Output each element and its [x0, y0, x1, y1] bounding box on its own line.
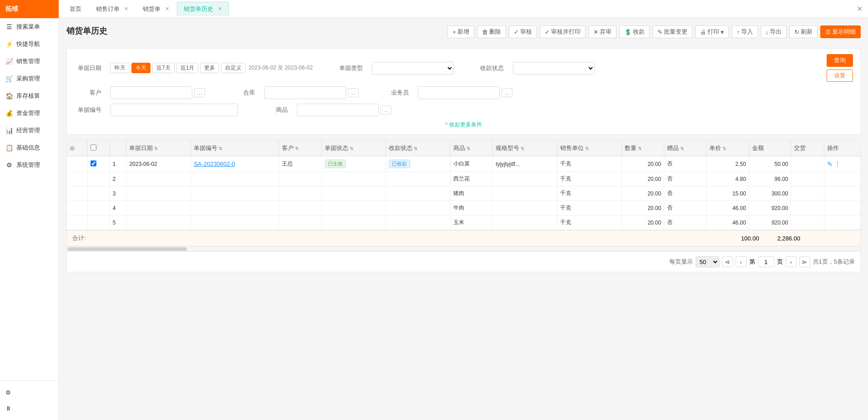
- sort-gift[interactable]: 赠品 ⇅: [667, 144, 703, 152]
- th-settings[interactable]: ⚙: [67, 140, 88, 156]
- import-button[interactable]: ↑ 导入: [732, 25, 758, 38]
- tab-sales-order-close[interactable]: ✕: [124, 6, 128, 12]
- date-last7days[interactable]: 近7天: [152, 63, 175, 73]
- collapse-btn[interactable]: ^ 收起更多条件: [445, 121, 482, 129]
- date-last1month[interactable]: 近1月: [176, 63, 199, 73]
- page-size-select[interactable]: 50 100: [696, 256, 719, 267]
- salesperson-label: 业务员: [381, 89, 409, 97]
- sort-doc-no[interactable]: 单据编号 ⇅: [194, 144, 276, 152]
- sidebar-bottom-item1[interactable]: ⚙: [0, 385, 59, 400]
- setup-button[interactable]: 设置: [827, 70, 853, 82]
- abandon-label: 弃审: [600, 28, 612, 36]
- sort-payment-status[interactable]: 收款状态 ⇅: [389, 144, 447, 152]
- settings-icon[interactable]: ⚙: [70, 145, 75, 152]
- th-customer[interactable]: 客户 ⇅: [279, 140, 321, 156]
- sort-doc-status[interactable]: 单据状态 ⇅: [325, 144, 383, 152]
- print-button[interactable]: 🖨 打印 ▾: [695, 25, 729, 38]
- customer-input[interactable]: [110, 86, 192, 99]
- batch-change-button[interactable]: ✎ 批量变更: [652, 25, 692, 38]
- receive-button[interactable]: 💲 收款: [619, 25, 650, 38]
- new-button[interactable]: + 新增: [447, 25, 474, 38]
- td-unit-price: 46.00: [707, 215, 749, 230]
- prev-page-btn[interactable]: ‹: [736, 256, 747, 267]
- warehouse-input[interactable]: [264, 86, 346, 99]
- th-doc-no[interactable]: 单据编号 ⇅: [191, 140, 279, 156]
- last-page-btn[interactable]: ⊳: [799, 256, 810, 267]
- select-all-checkbox[interactable]: [90, 145, 96, 150]
- current-page-input[interactable]: [758, 256, 774, 267]
- salesperson-ellipsis[interactable]: ...: [502, 88, 512, 97]
- th-checkbox[interactable]: [88, 140, 110, 156]
- sort-unit-price[interactable]: 单价 ⇅: [709, 144, 746, 152]
- tab-sales-order[interactable]: 销售订单 ✕: [89, 2, 135, 16]
- td-checkbox[interactable]: [88, 156, 110, 172]
- td-checkbox[interactable]: [88, 215, 110, 230]
- sort-unit[interactable]: 销售单位 ⇅: [560, 144, 619, 152]
- td-checkbox[interactable]: [88, 172, 110, 186]
- tab-sales-goods-close[interactable]: ✕: [165, 6, 169, 12]
- sidebar-item-quick-nav[interactable]: ⚡ 快捷导航: [0, 35, 59, 53]
- th-doc-status[interactable]: 单据状态 ⇅: [321, 140, 386, 156]
- export-button[interactable]: ↓ 导出: [761, 25, 787, 38]
- sort-goods[interactable]: 商品 ⇅: [453, 144, 490, 152]
- td-checkbox[interactable]: [88, 201, 110, 215]
- sidebar-item-inventory[interactable]: 🏠 库存核算: [0, 87, 59, 105]
- td-date: [126, 186, 191, 201]
- td-checkbox[interactable]: [88, 186, 110, 201]
- payment-status-select[interactable]: [513, 62, 595, 75]
- sidebar-item-sales-mgmt[interactable]: 📈 销售管理: [0, 53, 59, 70]
- th-unit-price[interactable]: 单价 ⇅: [707, 140, 749, 156]
- sidebar-item-sys-mgmt[interactable]: ⚙ 系统管理: [0, 156, 59, 174]
- refresh-button[interactable]: ↻ 刷新: [789, 25, 818, 38]
- audit-print-button[interactable]: ✓ 审核并打印: [540, 25, 586, 38]
- th-goods[interactable]: 商品 ⇅: [451, 140, 493, 156]
- goods-ellipsis[interactable]: ...: [381, 105, 391, 115]
- date-more[interactable]: 更多: [200, 63, 219, 73]
- sort-date[interactable]: 单据日期 ⇅: [129, 144, 188, 152]
- table-head: ⚙ 单据日期 ⇅: [67, 140, 860, 156]
- query-button[interactable]: 查询: [827, 54, 853, 67]
- window-close-btn[interactable]: ✕: [855, 5, 864, 13]
- tab-home[interactable]: 首页: [63, 2, 88, 16]
- warehouse-ellipsis[interactable]: ...: [348, 88, 359, 97]
- audit-button[interactable]: ✓ 审核: [509, 25, 537, 38]
- delete-button[interactable]: 🗑 删除: [477, 25, 506, 38]
- th-spec[interactable]: 规格型号 ⇅: [493, 140, 557, 156]
- edit-icon[interactable]: ✎: [827, 160, 833, 168]
- abandon-button[interactable]: ✕ 弃审: [588, 25, 617, 38]
- th-unit[interactable]: 销售单位 ⇅: [557, 140, 622, 156]
- sidebar-item-basic-info[interactable]: 📋 基础信息: [0, 139, 59, 156]
- th-date[interactable]: 单据日期 ⇅: [126, 140, 191, 156]
- sidebar-item-finance-mgmt[interactable]: 💰 资金管理: [0, 105, 59, 122]
- doc-no-link[interactable]: SA-20230602-0: [194, 160, 235, 167]
- sort-spec[interactable]: 规格型号 ⇅: [496, 144, 554, 152]
- goods-input[interactable]: [297, 104, 379, 116]
- date-custom[interactable]: 自定义: [221, 63, 246, 73]
- date-today[interactable]: 今天: [131, 63, 151, 73]
- sidebar-item-ops-mgmt[interactable]: 📊 经营管理: [0, 122, 59, 139]
- sort-customer[interactable]: 客户 ⇅: [282, 144, 318, 152]
- first-page-btn[interactable]: ⊲: [722, 256, 733, 267]
- total-info: 共1页，5条记录: [813, 258, 855, 266]
- td-doc-no: [191, 201, 279, 215]
- tab-sales-goods[interactable]: 销货单 ✕: [136, 2, 176, 16]
- salesperson-input[interactable]: [418, 86, 500, 99]
- scroll-bar-container[interactable]: [67, 246, 860, 251]
- scroll-bar[interactable]: [68, 247, 187, 251]
- more-icon[interactable]: ⋮: [834, 160, 841, 168]
- next-page-btn[interactable]: ›: [786, 256, 797, 267]
- th-quantity[interactable]: 数量 ⇅: [622, 140, 664, 156]
- sort-quantity[interactable]: 数量 ⇅: [625, 144, 661, 152]
- doc-number-input[interactable]: [110, 104, 238, 116]
- tab-sales-history-close[interactable]: ✕: [218, 6, 222, 12]
- doc-type-select[interactable]: [372, 62, 454, 75]
- th-payment-status[interactable]: 收款状态 ⇅: [386, 140, 451, 156]
- date-yesterday[interactable]: 昨天: [110, 63, 130, 73]
- sidebar-bottom-item2[interactable]: ⏸: [0, 400, 59, 416]
- tab-sales-history[interactable]: 销货单历史 ✕: [177, 2, 229, 16]
- customer-ellipsis[interactable]: ...: [194, 88, 205, 97]
- sidebar-item-purchase-mgmt[interactable]: 🛒 采购管理: [0, 70, 59, 87]
- show-detail-button[interactable]: ☰ 显示明细: [820, 25, 861, 38]
- sidebar-item-search-menu[interactable]: ☰ 搜索菜单: [0, 18, 59, 35]
- th-gift[interactable]: 赠品 ⇅: [664, 140, 707, 156]
